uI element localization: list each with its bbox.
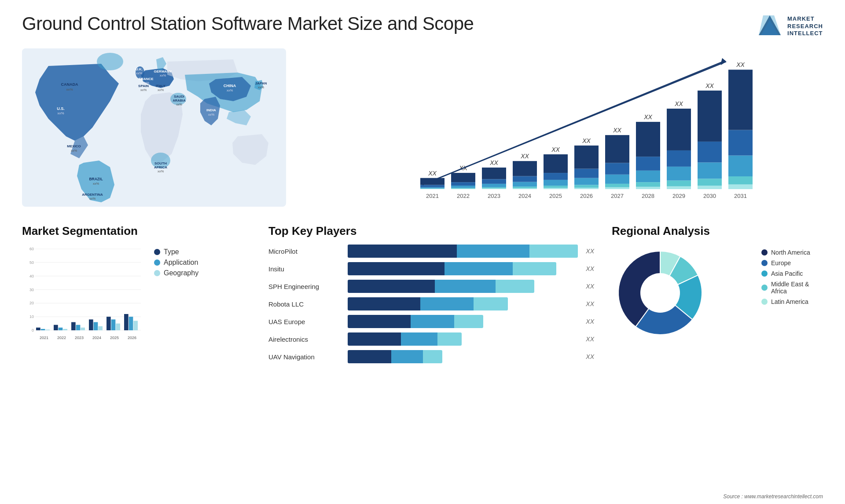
svg-text:CHINA: CHINA: [224, 84, 236, 88]
player-bar-container: [348, 350, 578, 363]
player-bar-container: [348, 245, 578, 258]
svg-text:XX: XX: [489, 159, 498, 166]
seg-legend-label: Geography: [164, 269, 198, 277]
player-bar: [348, 315, 483, 328]
svg-text:ARGENTINA: ARGENTINA: [82, 193, 103, 197]
player-bar-segment: [391, 350, 423, 363]
svg-text:xx%: xx%: [140, 88, 147, 92]
svg-rect-73: [544, 173, 568, 180]
pie-legend-dot: [761, 270, 768, 277]
key-players-section: Top Key Players MicroPilotXXInsituXXSPH …: [251, 224, 612, 368]
svg-text:xx%: xx%: [176, 103, 182, 106]
pie-legend-item: North America: [761, 249, 823, 256]
svg-text:xx%: xx%: [258, 85, 265, 89]
svg-rect-99: [667, 180, 691, 186]
key-players-title: Top Key Players: [268, 224, 594, 238]
svg-rect-67: [513, 161, 537, 176]
player-name: Robota LLC: [268, 300, 343, 308]
svg-rect-51: [451, 186, 475, 188]
svg-text:SPAIN: SPAIN: [138, 84, 149, 88]
pie-legend-dot: [761, 285, 768, 291]
svg-text:2022: 2022: [457, 193, 470, 199]
svg-text:2023: 2023: [488, 193, 500, 199]
seg-legend-dot: [154, 259, 160, 266]
player-bar-segment: [348, 315, 411, 328]
player-name: Airelectronics: [268, 336, 343, 343]
svg-text:ARABIA: ARABIA: [173, 99, 186, 102]
svg-rect-112: [728, 184, 753, 189]
pie-legend-label: Asia Pacific: [771, 270, 803, 277]
svg-rect-85: [605, 184, 629, 187]
svg-rect-102: [667, 109, 691, 150]
player-bar-container: [348, 280, 578, 293]
svg-rect-109: [698, 91, 722, 142]
svg-rect-105: [698, 186, 722, 189]
map-svg: CANADA xx% U.S. xx% MEXICO xx% BRAZIL xx…: [22, 48, 286, 207]
svg-text:U.K.: U.K.: [136, 67, 143, 71]
player-bar-segment: [437, 332, 462, 346]
seg-legend-dot: [154, 270, 160, 276]
svg-marker-2: [759, 15, 781, 35]
svg-text:xx%: xx%: [208, 113, 215, 117]
player-row: MicroPilotXX: [268, 245, 594, 258]
svg-text:2031: 2031: [734, 193, 747, 199]
svg-rect-113: [728, 176, 753, 184]
svg-text:2025: 2025: [549, 193, 562, 199]
player-row: Robota LLCXX: [268, 297, 594, 310]
player-bar: [348, 297, 508, 310]
svg-text:xx%: xx%: [227, 88, 233, 92]
player-row: UAV NavigationXX: [268, 350, 594, 363]
svg-text:FRANCE: FRANCE: [139, 77, 154, 81]
svg-rect-93: [636, 171, 660, 182]
player-xx-label: XX: [586, 336, 594, 343]
player-bar-segment: [457, 245, 529, 258]
svg-rect-56: [482, 188, 506, 189]
svg-rect-52: [451, 182, 475, 186]
logo-icon: [757, 13, 783, 40]
svg-text:U.S.: U.S.: [57, 106, 65, 111]
svg-text:SAUDI: SAUDI: [174, 95, 184, 99]
svg-text:xx%: xx%: [93, 182, 99, 186]
player-bar-segment: [348, 350, 391, 363]
svg-text:2029: 2029: [672, 193, 685, 199]
svg-text:2021: 2021: [426, 193, 439, 199]
svg-rect-70: [544, 188, 568, 189]
svg-rect-43: [420, 188, 445, 189]
svg-text:XX: XX: [551, 146, 560, 153]
player-xx-label: XX: [586, 353, 594, 360]
svg-text:XX: XX: [613, 127, 621, 134]
svg-rect-78: [574, 185, 599, 188]
pie-legend-item: Middle East & Africa: [761, 281, 823, 295]
svg-text:XX: XX: [674, 100, 683, 107]
svg-rect-71: [544, 186, 568, 188]
page-container: Ground Control Station Software Market S…: [0, 0, 845, 504]
bar-chart-svg: XX2021XX2022XX2023XX2024XX2025XX2026XX20…: [312, 48, 823, 207]
pie-legend-label: North America: [771, 249, 810, 256]
player-row: UAS EuropeXX: [268, 315, 594, 328]
svg-text:XX: XX: [705, 82, 714, 89]
player-bar-container: [348, 262, 578, 275]
players-list: MicroPilotXXInsituXXSPH EngineeringXXRob…: [268, 245, 594, 363]
player-bar-segment: [411, 315, 454, 328]
svg-rect-58: [482, 184, 506, 187]
svg-rect-108: [698, 142, 722, 162]
player-row: InsituXX: [268, 262, 594, 275]
bottom-row: Market Segmentation TypeApplicationGeogr…: [22, 224, 823, 368]
pie-legend-label: Europe: [771, 259, 791, 267]
pie-legend-label: Middle East & Africa: [771, 281, 823, 295]
player-bar: [348, 245, 578, 258]
top-section: CANADA xx% U.S. xx% MEXICO xx% BRAZIL xx…: [22, 48, 823, 215]
logo-area: MARKET RESEARCH INTELLECT: [757, 13, 823, 40]
svg-rect-44: [420, 187, 445, 189]
player-bar: [348, 332, 462, 346]
svg-text:JAPAN: JAPAN: [255, 81, 267, 85]
svg-rect-45: [420, 185, 445, 187]
logo-text: MARKET RESEARCH INTELLECT: [787, 15, 823, 38]
player-bar-segment: [529, 245, 578, 258]
svg-text:xx%: xx%: [57, 111, 64, 115]
svg-rect-116: [728, 69, 753, 130]
svg-rect-65: [513, 182, 537, 187]
regional-title: Regional Analysis: [612, 224, 823, 238]
player-bar-segment: [474, 297, 507, 310]
seg-legend-item: Type: [154, 248, 198, 256]
